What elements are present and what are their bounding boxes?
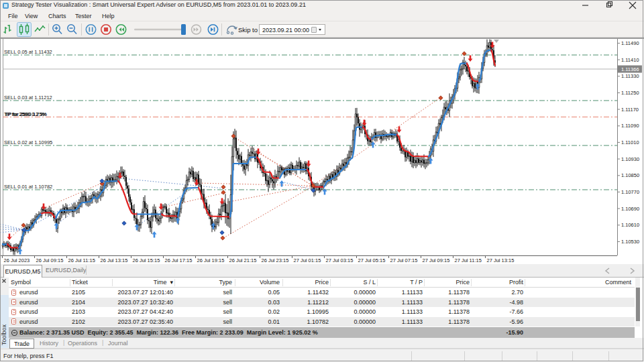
svg-text:26 Jul 15:15: 26 Jul 15:15 — [133, 257, 160, 263]
svg-text:1.11010: 1.11010 — [621, 139, 639, 145]
svg-text:26 Jul 17:15: 26 Jul 17:15 — [165, 257, 193, 263]
svg-text:SELL 0.01 at 1.10782: SELL 0.01 at 1.10782 — [4, 184, 52, 190]
svg-text:26 Jul 21:15: 26 Jul 21:15 — [229, 257, 257, 263]
svg-text:1.11330: 1.11330 — [621, 73, 639, 79]
svg-text:26 Jul 2023: 26 Jul 2023 — [4, 257, 30, 263]
svg-text:26 Jul 09:15: 26 Jul 09:15 — [36, 257, 64, 263]
svg-text:1.11366: 1.11366 — [621, 66, 639, 72]
svg-text:1.10690: 1.10690 — [621, 206, 639, 212]
svg-text:27 Jul 03:15: 27 Jul 03:15 — [326, 257, 354, 263]
svg-text:1.11170: 1.11170 — [621, 107, 639, 113]
svg-text:26 Jul 13:15: 26 Jul 13:15 — [101, 257, 128, 263]
svg-text:27 Jul 05:15: 27 Jul 05:15 — [358, 257, 386, 263]
svg-text:27 Jul 11:15: 27 Jul 11:15 — [455, 257, 482, 263]
svg-text:27 Jul 01:15: 27 Jul 01:15 — [294, 257, 321, 263]
svg-text:1.10610: 1.10610 — [621, 222, 639, 228]
svg-text:SELL 0.03 at 1.11212: SELL 0.03 at 1.11212 — [4, 95, 52, 101]
svg-text:26 Jul 23:15: 26 Jul 23:15 — [262, 257, 289, 263]
svg-text:1.11410: 1.11410 — [621, 57, 639, 63]
svg-text:1.10530: 1.10530 — [621, 239, 639, 245]
svg-text:1.11090: 1.11090 — [621, 123, 639, 129]
svg-text:27 Jul 13:15: 27 Jul 13:15 — [487, 257, 515, 263]
svg-text:27 Jul 07:15: 27 Jul 07:15 — [390, 257, 418, 263]
svg-text:SELL 0.05 at 1.11432: SELL 0.05 at 1.11432 — [4, 49, 52, 55]
svg-text:TP for 2593 12 3%: TP for 2593 12 3% — [5, 111, 48, 117]
svg-text:26 Jul 19:15: 26 Jul 19:15 — [197, 257, 225, 263]
svg-text:27 Jul 09:15: 27 Jul 09:15 — [423, 257, 450, 263]
svg-text:1.11250: 1.11250 — [621, 90, 639, 96]
svg-text:SELL 0.02 at 1.10995: SELL 0.02 at 1.10995 — [4, 139, 52, 145]
svg-text:1.10930: 1.10930 — [621, 156, 639, 162]
svg-text:1.11490: 1.11490 — [621, 40, 639, 46]
svg-text:1.10770: 1.10770 — [621, 189, 639, 195]
svg-text:26 Jul 11:15: 26 Jul 11:15 — [68, 257, 95, 263]
svg-text:1.10850: 1.10850 — [621, 172, 639, 178]
